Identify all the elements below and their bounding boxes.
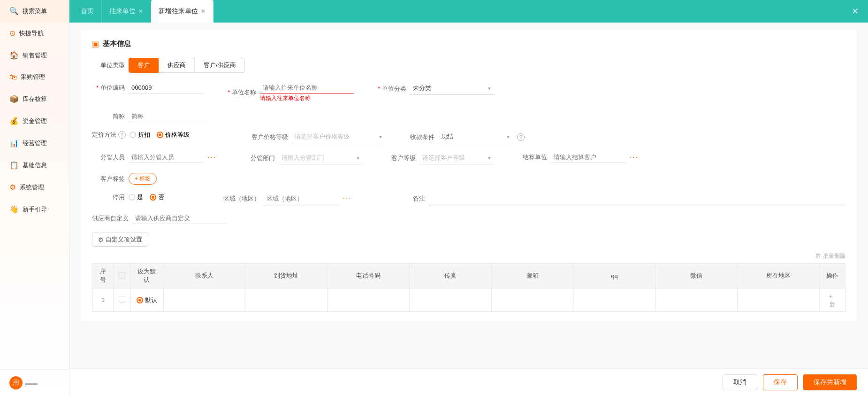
select-all-checkbox[interactable]	[119, 272, 125, 279]
wechat-input[interactable]	[660, 296, 732, 303]
sidebar-item-sales[interactable]: 🏠 销售管理	[0, 44, 69, 66]
cell-address[interactable]	[245, 288, 327, 312]
user-avatar: 用	[9, 376, 23, 389]
section-title: 基本信息	[103, 39, 131, 48]
disable-yes-radio[interactable]: 是	[129, 193, 143, 202]
qq-input[interactable]	[578, 296, 650, 303]
type-btn-supplier[interactable]: 供应商	[159, 58, 195, 73]
tab-new-partner[interactable]: 新增往来单位 ✕	[151, 0, 213, 23]
short-name-input[interactable]	[129, 111, 204, 122]
row-add-icon[interactable]: ＋	[828, 293, 834, 300]
phone-input[interactable]	[332, 296, 404, 303]
sidebar-bottom: 用 ▬▬	[0, 369, 69, 396]
tab-bar: 首页 往来单位 ✕ 新增往来单位 ✕ ✕	[69, 0, 868, 23]
sidebar-item-basic[interactable]: 📋 基础信息	[0, 154, 69, 176]
sidebar-bar-icon: ▬▬	[25, 380, 38, 387]
supervisor-input[interactable]	[129, 152, 204, 163]
tab-new-partner-close[interactable]: ✕	[201, 8, 206, 15]
default-radio-circle	[137, 297, 143, 303]
location-input[interactable]	[742, 296, 815, 303]
tags-field: 客户标签 + 标签	[92, 173, 845, 185]
cancel-button[interactable]: 取消	[723, 374, 757, 390]
inventory-icon: 📦	[9, 94, 19, 103]
supervisor-label: 分管人员	[92, 153, 125, 162]
cell-qq[interactable]	[573, 288, 655, 312]
add-tag-button[interactable]: + 标签	[129, 173, 157, 185]
sidebar-item-system[interactable]: ⚙ 系统管理	[0, 176, 69, 198]
sidebar-item-newbie[interactable]: 👋 新手引导	[0, 198, 69, 220]
customer-price-label: 客户价格等级	[251, 133, 288, 141]
table-actions: 🗑 批量删除	[92, 252, 845, 260]
pricing-level-radio[interactable]: 价格等级	[157, 131, 190, 139]
th-contact: 联系人	[163, 264, 245, 288]
custom-settings-button[interactable]: ⚙ 自定义项设置	[92, 233, 148, 247]
sidebar-item-quicknav[interactable]: ⊙ 快捷导航	[0, 22, 69, 44]
save-new-button[interactable]: 保存并新增	[803, 374, 857, 390]
payment-select[interactable]: 现结 ▼	[438, 131, 513, 143]
cell-phone[interactable]	[327, 288, 410, 312]
type-btn-customer[interactable]: 客户	[129, 58, 159, 73]
row-default-radio[interactable]: 默认	[135, 296, 159, 304]
cell-contact[interactable]	[163, 288, 245, 312]
batch-delete-btn[interactable]: 批量删除	[823, 252, 845, 260]
tab-partners[interactable]: 往来单位 ✕	[102, 0, 151, 23]
unit-name-label: * 单位名称	[223, 88, 256, 97]
remark-input[interactable]	[429, 193, 845, 204]
cell-fax[interactable]	[409, 288, 491, 312]
unit-category-select[interactable]: 未分类 ▼	[410, 82, 495, 95]
cell-index: 1	[92, 288, 114, 312]
cell-actions: ＋ 🗑	[819, 288, 845, 312]
customer-level-label: 客户等级	[383, 154, 416, 163]
tab-partners-close[interactable]: ✕	[138, 8, 143, 15]
cell-email[interactable]	[491, 288, 573, 312]
yes-radio-circle	[129, 194, 135, 201]
contact-input[interactable]	[168, 296, 241, 303]
email-input[interactable]	[496, 296, 569, 303]
type-btn-both[interactable]: 客户/供应商	[195, 58, 245, 73]
settlement-more-icon[interactable]: ···	[630, 153, 639, 162]
th-wechat: 微信	[655, 264, 738, 288]
unit-category-label: * 单位分类	[373, 85, 406, 93]
row-checkbox[interactable]	[119, 296, 125, 303]
region-input[interactable]	[264, 193, 339, 204]
dept-chevron: ▼	[356, 155, 360, 161]
disable-no-radio[interactable]: 否	[150, 193, 164, 202]
sidebar-item-purchase[interactable]: 🛍 采购管理	[0, 66, 69, 88]
cell-wechat[interactable]	[655, 288, 738, 312]
customer-price-select[interactable]: 请选择客户价格等级 ▼	[292, 131, 386, 143]
sidebar-item-search[interactable]: 🔍 搜索菜单	[0, 0, 69, 22]
settlement-input[interactable]	[551, 152, 626, 163]
unit-type-field: 单位类型 客户 供应商 客户/供应商	[92, 58, 845, 73]
tab-bar-close-all[interactable]: ✕	[846, 6, 864, 16]
th-email: 邮箱	[491, 264, 573, 288]
code-name-row: * 单位编码 * 单位名称 请输入往来单位名称 * 单位分类	[92, 82, 845, 102]
tab-home[interactable]: 首页	[73, 0, 102, 23]
dept-select[interactable]: 请输入分管部门 ▼	[279, 152, 363, 164]
customer-level-select[interactable]: 请选择客户等级 ▼	[419, 152, 495, 164]
th-index: 序号	[92, 264, 114, 288]
pricing-help-icon[interactable]: ?	[118, 131, 126, 139]
fax-input[interactable]	[414, 296, 487, 303]
unit-name-input[interactable]	[260, 82, 354, 93]
supplier-custom-input[interactable]	[132, 213, 226, 224]
th-phone: 电话号码	[327, 264, 410, 288]
supplier-custom-row: 供应商自定义	[92, 213, 845, 224]
bottom-bar: 取消 保存 保存并新增	[69, 368, 868, 396]
main-area: 首页 往来单位 ✕ 新增往来单位 ✕ ✕ ▣ 基本信息 单位类型	[69, 0, 868, 396]
sidebar-item-inventory[interactable]: 📦 库存核算	[0, 88, 69, 110]
quicknav-icon: ⊙	[9, 29, 15, 38]
pricing-discount-radio[interactable]: 折扣	[129, 131, 150, 139]
sidebar-item-finance[interactable]: 💰 资金管理	[0, 110, 69, 132]
sidebar-item-operations[interactable]: 📊 经营管理	[0, 132, 69, 154]
type-buttons: 客户 供应商 客户/供应商	[129, 58, 245, 73]
region-more-icon[interactable]: ···	[343, 194, 351, 203]
cell-default: 默认	[130, 288, 163, 312]
save-button[interactable]: 保存	[763, 374, 798, 390]
address-input[interactable]	[250, 296, 322, 303]
payment-help-icon[interactable]: ?	[517, 133, 525, 141]
table-header-row: 序号 设为默认 联系人 到货地址 电话号码 传真 邮箱 qq 微信 所在地区 操…	[92, 264, 845, 288]
unit-code-input[interactable]	[129, 82, 204, 93]
supervisor-more-icon[interactable]: ···	[207, 153, 216, 162]
row-delete-icon[interactable]: 🗑	[829, 301, 835, 308]
cell-location[interactable]	[738, 288, 820, 312]
